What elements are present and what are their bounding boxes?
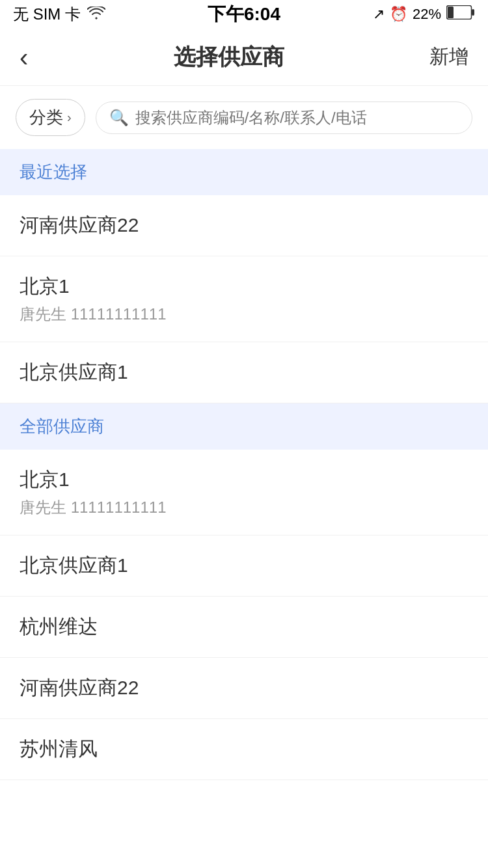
svg-rect-2 (472, 9, 474, 16)
list-item[interactable]: 北京1唐先生 11111111111 (0, 450, 488, 536)
category-label: 分类 (29, 106, 63, 129)
chevron-right-icon: › (67, 110, 72, 125)
status-time: 下午6:04 (208, 2, 280, 27)
item-name: 苏州清风 (20, 736, 468, 763)
item-name: 河南供应商22 (20, 212, 468, 239)
list-item[interactable]: 河南供应商22 (0, 658, 488, 719)
status-bar: 无 SIM 卡 下午6:04 ↗ ⏰ 22% (0, 0, 488, 29)
list-item[interactable]: 杭州维达 (0, 597, 488, 658)
all-section-header: 全部供应商 (0, 403, 488, 450)
search-icon: 🔍 (109, 109, 129, 127)
list-item[interactable]: 河南供应商22 (0, 195, 488, 256)
filter-bar: 分类 › 🔍 (0, 86, 488, 149)
item-name: 北京供应商1 (20, 552, 468, 579)
all-section-label: 全部供应商 (20, 416, 104, 436)
item-name: 北京供应商1 (20, 359, 468, 386)
item-name: 杭州维达 (20, 614, 468, 640)
item-sub: 唐先生 11111111111 (20, 304, 468, 325)
status-right: ↗ ⏰ 22% (373, 5, 475, 23)
list-item[interactable]: 苏州清风 (0, 719, 488, 780)
recent-section-header: 最近选择 (0, 149, 488, 195)
nav-bar: ‹ 选择供应商 新增 (0, 29, 488, 86)
wifi-icon (87, 5, 105, 23)
list-item[interactable]: 北京供应商1 (0, 342, 488, 403)
search-box: 🔍 (96, 102, 472, 134)
recent-section-label: 最近选择 (20, 162, 87, 182)
item-name: 河南供应商22 (20, 675, 468, 701)
svg-rect-1 (448, 7, 454, 18)
status-left: 无 SIM 卡 (13, 4, 105, 25)
search-input[interactable] (135, 109, 459, 127)
item-name: 北京1 (20, 273, 468, 300)
item-sub: 唐先生 11111111111 (20, 497, 468, 518)
location-icon: ↗ (373, 6, 385, 23)
page-title: 选择供应商 (174, 42, 284, 72)
list-item[interactable]: 北京1唐先生 11111111111 (0, 256, 488, 342)
battery-label: 22% (413, 6, 441, 23)
add-button[interactable]: 新增 (429, 44, 468, 70)
list-item[interactable]: 北京供应商1 (0, 536, 488, 597)
back-button[interactable]: ‹ (20, 44, 28, 70)
item-name: 北京1 (20, 467, 468, 493)
battery-icon (446, 5, 475, 23)
carrier-label: 无 SIM 卡 (13, 4, 81, 25)
all-list: 北京1唐先生 11111111111北京供应商1杭州维达河南供应商22苏州清风 (0, 450, 488, 780)
category-button[interactable]: 分类 › (16, 99, 85, 136)
alarm-icon: ⏰ (390, 6, 407, 23)
recent-list: 河南供应商22北京1唐先生 11111111111北京供应商1 (0, 195, 488, 403)
